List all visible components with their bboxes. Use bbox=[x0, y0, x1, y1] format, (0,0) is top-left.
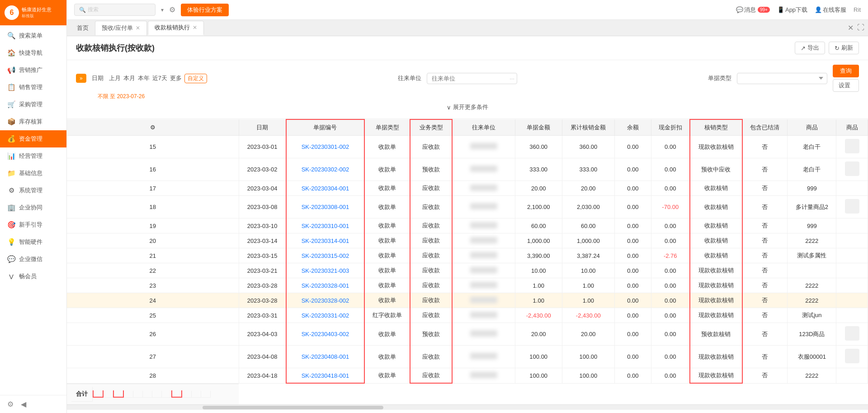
sidebar-item-enterprise[interactable]: 🏢企业协同 bbox=[0, 199, 66, 216]
message-link[interactable]: 💬 消息 99+ bbox=[736, 6, 770, 14]
collapse-icon[interactable]: ◀ bbox=[21, 400, 26, 408]
sn-link[interactable]: SK-20230310-001 bbox=[302, 223, 349, 229]
cell-goods: 2222 bbox=[788, 368, 836, 384]
filter-bill-type-label: 单据类型 bbox=[708, 74, 731, 82]
cell-date: 2023-03-14 bbox=[239, 233, 286, 248]
filter-date-this-year[interactable]: 本年 bbox=[138, 74, 150, 82]
sn-link[interactable]: SK-20230304-001 bbox=[302, 185, 349, 192]
sn-link[interactable]: SK-20230418-001 bbox=[302, 372, 349, 379]
sn-link[interactable]: SK-20230403-002 bbox=[302, 331, 349, 337]
sidebar-item-search-menu[interactable]: 🔍搜索菜单 bbox=[0, 27, 66, 44]
filter-partner-input[interactable] bbox=[427, 73, 517, 84]
filter-expand-more[interactable]: ∨ 展开更多条件 bbox=[76, 100, 859, 114]
tab-payable[interactable]: 预收/应付单 ✕ bbox=[95, 21, 147, 35]
cell-amount: 20.00 bbox=[515, 181, 562, 196]
cell-discount: 0.00 bbox=[651, 323, 689, 346]
sidebar-item-sales[interactable]: 📋销售管理 bbox=[0, 79, 66, 96]
main-content: 🔍 搜索 ▾ ⚙ 体验行业方案 💬 消息 99+ 📱 App下载 👤 在线客服 … bbox=[67, 0, 868, 413]
cell-biz-type: 应收款 bbox=[410, 346, 452, 368]
cell-discount: 0.00 bbox=[651, 136, 689, 158]
filter-date-7days[interactable]: 近7天 bbox=[152, 74, 167, 82]
tab-close-all-icon[interactable]: ✕ bbox=[848, 24, 854, 32]
sidebar-item-finance[interactable]: 💰资金管理 bbox=[0, 130, 66, 147]
sn-link[interactable]: SK-20230408-001 bbox=[302, 353, 349, 360]
sidebar-item-purchase[interactable]: 🛒采购管理 bbox=[0, 96, 66, 113]
cell-cumulative: 60.00 bbox=[562, 218, 614, 233]
table-row: 23 2023-03-28 SK-20230328-001 收款单 应收款 1.… bbox=[67, 278, 868, 293]
sn-link[interactable]: SK-20230321-003 bbox=[302, 267, 349, 274]
sidebar: 6 畅康道好生意 标推版 🔍搜索菜单🏠快捷导航📢营销推广📋销售管理🛒采购管理📦库… bbox=[0, 0, 67, 413]
cell-partner bbox=[452, 368, 515, 384]
cell-goods-img bbox=[836, 308, 868, 323]
sidebar-label-enterprise: 企业协同 bbox=[19, 204, 42, 212]
cell-amount: 360.00 bbox=[515, 136, 562, 158]
sidebar-item-system[interactable]: ⚙系统管理 bbox=[0, 182, 66, 199]
sidebar-item-hardware[interactable]: 💡智能硬件 bbox=[0, 233, 66, 251]
cell-discount: 0.00 bbox=[651, 233, 689, 248]
filter-date-more[interactable]: 更多 bbox=[170, 74, 182, 82]
filter-date-last-month[interactable]: 上月 bbox=[109, 74, 121, 82]
sn-link[interactable]: SK-20230328-001 bbox=[302, 282, 349, 289]
tab-payable-close[interactable]: ✕ bbox=[136, 25, 140, 31]
tab-payable-label: 预收/应付单 bbox=[102, 24, 133, 32]
refresh-button[interactable]: ↻ 刷新 bbox=[829, 42, 859, 54]
sidebar-item-quick-nav[interactable]: 🏠快捷导航 bbox=[0, 44, 66, 62]
sn-link[interactable]: SK-20230314-001 bbox=[302, 237, 349, 244]
tab-collection-cancel[interactable]: 收款核销执行 ✕ bbox=[148, 21, 204, 35]
sidebar-item-inventory[interactable]: 📦库存核算 bbox=[0, 113, 66, 130]
table-row: 28 2023-04-18 SK-20230418-001 收款单 应收款 10… bbox=[67, 368, 868, 384]
cell-date: 2023-03-15 bbox=[239, 248, 286, 263]
topbar-gear-icon[interactable]: ⚙ bbox=[169, 5, 175, 14]
app-download-link[interactable]: 📱 App下载 bbox=[777, 6, 807, 14]
sn-link[interactable]: SK-20230315-002 bbox=[302, 252, 349, 259]
th-goods: 商品 bbox=[788, 119, 836, 136]
scrollbar-thumb[interactable] bbox=[203, 406, 383, 409]
topbar-chevron-icon[interactable]: ▾ bbox=[161, 7, 164, 13]
sn-link[interactable]: SK-20230331-002 bbox=[302, 312, 349, 319]
sidebar-item-wechat[interactable]: 💬企业微信 bbox=[0, 251, 66, 268]
query-button[interactable]: 查询 bbox=[833, 65, 859, 77]
cell-cumulative: 1.00 bbox=[562, 278, 614, 293]
sn-link[interactable]: SK-20230328-002 bbox=[302, 297, 349, 304]
table-row: 26 2023-04-03 SK-20230403-002 收款单 预收款 20… bbox=[67, 323, 868, 346]
goods-thumbnail bbox=[845, 349, 859, 363]
sidebar-item-guide[interactable]: 🎯新手引导 bbox=[0, 216, 66, 233]
filter-date-this-month[interactable]: 本月 bbox=[123, 74, 135, 82]
cell-goods-img bbox=[836, 218, 868, 233]
footer-balance bbox=[152, 391, 162, 398]
tab-expand-icon[interactable]: ⛶ bbox=[857, 24, 864, 32]
solution-button[interactable]: 体验行业方案 bbox=[181, 4, 229, 16]
sidebar-item-basic-info[interactable]: 📁基础信息 bbox=[0, 165, 66, 182]
sn-link[interactable]: SK-20230308-001 bbox=[302, 204, 349, 210]
cell-date: 2023-03-10 bbox=[239, 218, 286, 233]
user-name[interactable]: Rit bbox=[854, 6, 861, 13]
sidebar-item-operations[interactable]: 📊经营管理 bbox=[0, 147, 66, 165]
export-button[interactable]: ↗ 导出 bbox=[795, 42, 825, 54]
filter-expand-button[interactable]: » bbox=[76, 74, 86, 83]
sidebar-item-marketing[interactable]: 📢营销推广 bbox=[0, 62, 66, 79]
settings-icon[interactable]: ⚙ bbox=[7, 400, 14, 408]
topbar: 🔍 搜索 ▾ ⚙ 体验行业方案 💬 消息 99+ 📱 App下载 👤 在线客服 … bbox=[67, 0, 868, 20]
cell-bill-type: 收款单 bbox=[364, 196, 410, 218]
cell-goods: 多计量商品2 bbox=[788, 196, 836, 218]
cell-discount: -2.76 bbox=[651, 248, 689, 263]
settings-button[interactable]: 设置 bbox=[833, 79, 859, 92]
cell-biz-type: 应收款 bbox=[410, 136, 452, 158]
horizontal-scrollbar[interactable] bbox=[67, 404, 868, 410]
filter-date-custom[interactable]: 自定义 bbox=[184, 74, 207, 83]
cell-balance: 0.00 bbox=[614, 233, 651, 248]
tab-home[interactable]: 首页 bbox=[71, 21, 95, 35]
online-service-link[interactable]: 👤 在线客服 bbox=[815, 6, 846, 14]
cell-index: 15 bbox=[67, 136, 239, 158]
table-row: 24 2023-03-28 SK-20230328-002 收款单 应收款 1.… bbox=[67, 293, 868, 308]
cell-biz-type: 应收款 bbox=[410, 218, 452, 233]
cell-balance: 0.00 bbox=[614, 196, 651, 218]
sn-link[interactable]: SK-20230301-002 bbox=[302, 143, 349, 150]
sn-link[interactable]: SK-20230302-002 bbox=[302, 166, 349, 173]
cell-goods: 测试多属性 bbox=[788, 248, 836, 263]
tab-collection-cancel-close[interactable]: ✕ bbox=[193, 24, 197, 31]
sidebar-item-member[interactable]: V畅会员 bbox=[0, 268, 66, 285]
filter-bill-type-select[interactable] bbox=[737, 73, 827, 84]
sidebar-label-wechat: 企业微信 bbox=[19, 255, 42, 263]
th-settings[interactable]: ⚙ bbox=[67, 119, 239, 136]
